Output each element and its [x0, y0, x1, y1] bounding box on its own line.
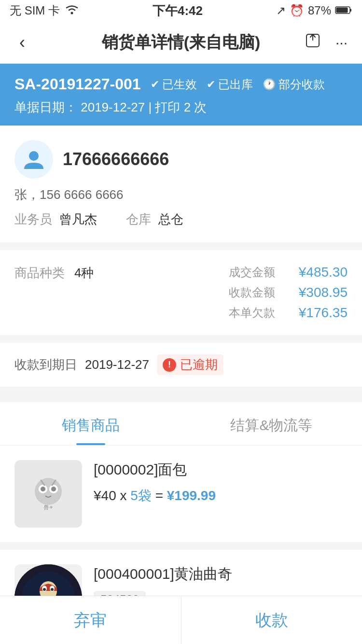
battery-text: 87%: [308, 4, 331, 17]
status-time: 下午4:42: [153, 2, 203, 19]
price-base-1: ¥40 x: [94, 488, 130, 503]
amount-row-2: 收款金额 ¥308.95: [229, 285, 348, 300]
carrier-text: 无 SIM 卡: [10, 3, 60, 18]
status-shipped: ✔ 已出库: [207, 77, 253, 92]
due-date-value: 2019-12-27: [85, 357, 149, 372]
alarm-icon: ⏰: [290, 4, 304, 17]
avatar: [14, 140, 53, 179]
date-label: 单据日期：: [14, 100, 77, 114]
nav-bar: ‹ 销货单详情(来自电脑) ···: [0, 21, 362, 64]
customer-section: 17666666666 张，156 6666 6666 业务员 曾凡杰 仓库 总…: [0, 126, 362, 242]
product-thumbnail-1: 兽+: [14, 460, 82, 528]
status-partial: 🕐 部分收款: [263, 77, 325, 92]
back-button[interactable]: ‹: [14, 28, 30, 57]
product-info-1: [0000002]面包 ¥40 x 5袋 = ¥199.99: [94, 460, 348, 505]
svg-point-9: [41, 487, 45, 491]
bottom-bar: 弃审 收款: [0, 596, 362, 644]
owe-value: ¥176.35: [285, 305, 348, 321]
svg-rect-2: [336, 8, 348, 13]
banner-row1: SA-20191227-001 ✔ 已生效 ✔ 已出库 🕐 部分收款: [14, 75, 348, 93]
receipt-label: 收款金额: [229, 285, 275, 300]
salesperson-info: 业务员 曾凡杰: [14, 211, 97, 228]
warehouse-value: 总仓: [158, 212, 183, 226]
customer-meta: 业务员 曾凡杰 仓库 总仓: [14, 211, 348, 228]
banner-date: 2019-12-27: [81, 100, 145, 114]
svg-rect-3: [350, 9, 351, 12]
warehouse-info: 仓库 总仓: [126, 211, 183, 228]
overdue-badge: ! 已逾期: [157, 354, 223, 375]
status1-text: 已生效: [162, 77, 197, 92]
wifi-icon: [65, 4, 79, 17]
status-left: 无 SIM 卡: [10, 3, 79, 18]
more-button[interactable]: ···: [335, 34, 348, 51]
equals-1: =: [155, 488, 167, 503]
product-name-2: [000400001]黄油曲奇: [94, 564, 348, 584]
svg-point-5: [29, 151, 39, 161]
clock-icon: 🕐: [263, 78, 276, 91]
svg-point-17: [43, 588, 46, 591]
overdue-icon: !: [163, 358, 176, 372]
thumb-placeholder-1: 兽+: [14, 460, 82, 528]
salesperson-value: 曾凡杰: [59, 212, 97, 226]
amount-row-3: 本单欠款 ¥176.35: [229, 305, 348, 321]
list-item: 兽+ [0000002]面包 ¥40 x 5袋 = ¥199.99: [0, 446, 362, 542]
customer-name: 17666666666: [63, 149, 169, 169]
warehouse-label: 仓库: [126, 212, 151, 226]
page-title: 销货单详情(来自电脑): [102, 31, 261, 54]
print-info: | 打印 2 次: [148, 100, 207, 114]
amount-row-1: 成交金额 ¥485.30: [229, 265, 348, 280]
cancel-review-button[interactable]: 弃审: [0, 596, 181, 644]
amount-label: 成交金额: [229, 265, 275, 280]
tabs-row: 销售商品 结算&物流等: [0, 402, 362, 445]
owe-label: 本单欠款: [229, 305, 275, 321]
receipt-value: ¥308.95: [285, 285, 348, 300]
tab-sales-products[interactable]: 销售商品: [0, 402, 181, 445]
section-divider: [0, 394, 362, 402]
tab-settlement[interactable]: 结算&物流等: [181, 402, 362, 445]
amounts: 成交金额 ¥485.30 收款金额 ¥308.95 本单欠款 ¥176.35: [229, 265, 348, 321]
check-icon-1: ✔: [151, 78, 159, 91]
svg-point-6: [35, 478, 62, 505]
svg-point-18: [51, 588, 54, 591]
customer-contact: 张，156 6666 6666: [14, 186, 348, 203]
nav-right: ···: [305, 32, 348, 52]
overdue-text: 已逾期: [180, 356, 218, 373]
share-button[interactable]: [305, 32, 321, 52]
category-label: 商品种类: [14, 265, 65, 281]
svg-text:兽+: 兽+: [43, 504, 53, 511]
collect-payment-button[interactable]: 收款: [181, 596, 362, 644]
check-icon-2: ✔: [207, 78, 215, 91]
due-section: 收款到期日 2019-12-27 ! 已逾期: [0, 343, 362, 387]
summary-section: 商品种类 4种 成交金额 ¥485.30 收款金额 ¥308.95 本单欠款 ¥…: [0, 250, 362, 335]
svg-point-10: [51, 487, 56, 491]
amount-value: ¥485.30: [285, 265, 348, 280]
tabs-section: 销售商品 结算&物流等: [0, 402, 362, 446]
product-price-1: ¥40 x 5袋 = ¥199.99: [94, 487, 348, 505]
status-right: ↗ ⏰ 87%: [276, 4, 352, 17]
location-icon: ↗: [276, 4, 286, 17]
qty-1: 5袋: [130, 488, 152, 503]
header-banner: SA-20191227-001 ✔ 已生效 ✔ 已出库 🕐 部分收款 单据日期：…: [0, 64, 362, 126]
summary-grid: 商品种类 4种 成交金额 ¥485.30 收款金额 ¥308.95 本单欠款 ¥…: [14, 265, 348, 321]
due-label: 收款到期日: [14, 356, 77, 373]
status2-text: 已出库: [218, 77, 253, 92]
customer-row: 17666666666: [14, 140, 348, 179]
order-id: SA-20191227-001: [14, 75, 141, 93]
battery-icon: [335, 4, 352, 17]
category-count: 4种: [74, 265, 94, 281]
banner-row2: 单据日期： 2019-12-27 | 打印 2 次: [14, 99, 348, 116]
category-info: 商品种类 4种: [14, 265, 94, 281]
status-effective: ✔ 已生效: [151, 77, 197, 92]
status-bar: 无 SIM 卡 下午4:42 ↗ ⏰ 87%: [0, 0, 362, 21]
svg-point-0: [71, 12, 73, 14]
salesperson-label: 业务员: [14, 212, 52, 226]
status3-text: 部分收款: [278, 77, 325, 92]
total-1: ¥199.99: [167, 488, 216, 503]
product-name-1: [0000002]面包: [94, 460, 348, 480]
